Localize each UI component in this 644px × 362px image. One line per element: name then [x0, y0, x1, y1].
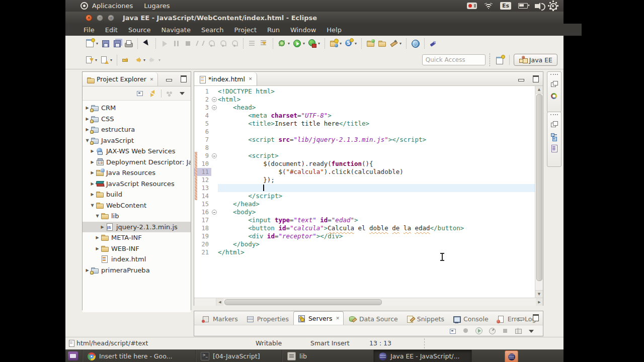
maximize-view-button[interactable]: [181, 75, 187, 82]
last-edit-location-button[interactable]: [121, 55, 131, 65]
editor-horizontal-scrollbar[interactable]: ◀ ▶: [194, 298, 543, 306]
run-external-button[interactable]: ▾: [307, 38, 321, 49]
tree-twistie-icon[interactable]: ▶: [90, 170, 95, 175]
collapse-fold-icon[interactable]: [212, 105, 217, 110]
collapse-all-icon[interactable]: [449, 327, 457, 335]
code-line-17[interactable]: 17 <input type="text" id="edad">: [194, 216, 535, 224]
dropdown-arrow-icon[interactable]: ▾: [158, 58, 160, 62]
profile-clock-icon[interactable]: [488, 327, 497, 335]
maximize-editor-button[interactable]: [533, 75, 539, 82]
link-with-editor-icon[interactable]: [148, 89, 157, 98]
files-app-icon[interactable]: [68, 351, 78, 360]
battery-icon[interactable]: [518, 3, 528, 9]
dropdown-arrow-icon[interactable]: ▾: [355, 41, 357, 46]
step-into-button[interactable]: [206, 38, 216, 49]
tree-item-primeraprueba[interactable]: ▶primeraPrueba: [83, 265, 191, 276]
publish-icon[interactable]: [514, 327, 523, 335]
tree-twistie-icon[interactable]: ▶: [90, 192, 95, 197]
collapse-fold-icon[interactable]: [212, 153, 217, 158]
dropdown-arrow-icon[interactable]: ▾: [340, 41, 342, 46]
tree-item-jax-ws-web-services[interactable]: ▶JAX-WS Web Services: [83, 146, 191, 157]
tree-item-estructura[interactable]: ▶estructura: [83, 124, 191, 135]
places-menu[interactable]: Lugares: [144, 2, 170, 10]
tree-twistie-icon[interactable]: ▶: [90, 182, 95, 186]
web-browser-button[interactable]: [410, 38, 421, 49]
code-line-7[interactable]: 7 <script src="lib/jquery-2.1.3.min.js">…: [194, 136, 535, 144]
horizontal-scroll-thumb[interactable]: [224, 299, 382, 305]
vertical-scroll-thumb[interactable]: [536, 94, 542, 281]
pointer-button[interactable]: [141, 38, 152, 49]
code-line-10[interactable]: 10 $(document).ready(function(){: [194, 160, 535, 168]
screen-record-icon[interactable]: [467, 3, 477, 9]
annotation-brush-button[interactable]: ▾: [388, 38, 403, 49]
tree-twistie-icon[interactable]: ▶: [85, 117, 90, 121]
tree-twistie-icon[interactable]: ▼: [95, 214, 100, 218]
quick-access-input[interactable]: [422, 54, 486, 65]
dropdown-arrow-icon[interactable]: ▾: [95, 58, 97, 62]
save-button[interactable]: [100, 38, 111, 49]
tab-markers[interactable]: Markers: [198, 313, 242, 325]
close-view-icon[interactable]: ✕: [336, 316, 340, 321]
project-explorer-tab[interactable]: Project Explorer ✕: [83, 72, 158, 86]
palette-view-icon[interactable]: [550, 92, 558, 101]
tree-item-web-inf[interactable]: ▶WEB-INF: [83, 243, 191, 254]
code-line-20[interactable]: 20 </body>: [194, 240, 535, 248]
editor-vertical-scrollbar[interactable]: ▲ ▼: [535, 86, 543, 298]
dropdown-arrow-icon[interactable]: ▾: [110, 58, 112, 62]
code-line-8[interactable]: 8: [194, 144, 535, 152]
taskbar-item-lib-files[interactable]: lib: [282, 350, 373, 362]
menu-run[interactable]: Run: [267, 26, 280, 34]
debug-button[interactable]: ▾: [277, 38, 291, 49]
java-ee-perspective-button[interactable]: Java EE: [514, 54, 557, 66]
tree-item-java-resources[interactable]: ▶Java Resources: [83, 167, 191, 178]
window-maximize-button[interactable]: ▫: [108, 15, 114, 21]
outline-view-icon[interactable]: [550, 132, 558, 141]
code-line-16[interactable]: 16 <body>: [194, 208, 535, 216]
menu-search[interactable]: Search: [201, 26, 224, 34]
minimize-editor-button[interactable]: [518, 79, 524, 81]
minimize-view-button[interactable]: [166, 79, 172, 81]
menu-file[interactable]: File: [84, 26, 95, 34]
back-button[interactable]: ▾: [132, 55, 146, 65]
view-menu-icon[interactable]: [178, 89, 187, 98]
tree-item-build[interactable]: ▶build: [83, 189, 191, 200]
tab-snippets[interactable]: Snippets: [403, 313, 448, 325]
tree-item-javascript-resources[interactable]: ▶JavaScript Resources: [83, 178, 191, 190]
menu-window[interactable]: Window: [290, 26, 316, 34]
collapse-all-icon[interactable]: [136, 89, 144, 98]
dropdown-arrow-icon[interactable]: ▾: [399, 41, 401, 46]
code-line-4[interactable]: 4 <meta charset="UTF-8">: [194, 112, 535, 120]
code-line-11[interactable]: 11 $("#calcula").click(calculadoble): [194, 168, 535, 176]
fold-marker[interactable]: [211, 96, 218, 104]
tree-twistie-icon[interactable]: ▶: [90, 160, 95, 164]
collapse-fold-icon[interactable]: [212, 97, 217, 102]
taskbar-item-chrome[interactable]: Insert title here - Goo...: [82, 350, 195, 362]
editor-body[interactable]: 1<!DOCTYPE html>2<html>3 <head>4 <meta c…: [194, 86, 543, 298]
fold-marker[interactable]: [211, 208, 218, 216]
maximize-panel-button[interactable]: [533, 314, 539, 321]
scroll-right-arrow[interactable]: ▶: [536, 298, 543, 306]
tree-twistie-icon[interactable]: ▶: [85, 268, 90, 273]
editor-tab-index-html[interactable]: *index.html ✕: [194, 72, 257, 85]
tree-item-lib[interactable]: ▼lib: [83, 211, 191, 222]
step-return-button[interactable]: [229, 38, 239, 49]
scroll-down-arrow[interactable]: ▼: [535, 290, 543, 298]
tree-twistie-icon[interactable]: ▶: [100, 225, 105, 229]
new-web-project-button[interactable]: ▾: [329, 38, 343, 49]
next-annotation-button[interactable]: ▾: [84, 55, 98, 65]
code-line-2[interactable]: 2<html>: [194, 96, 535, 104]
search-flashlight-button[interactable]: [428, 38, 439, 49]
minimize-panel-button[interactable]: [518, 318, 524, 320]
tree-twistie-icon[interactable]: ▶: [90, 149, 95, 153]
code-line-6[interactable]: 6: [194, 128, 535, 136]
tree-twistie-icon[interactable]: ▼: [85, 138, 90, 143]
menu-edit[interactable]: Edit: [105, 26, 118, 34]
scroll-up-arrow[interactable]: ▲: [535, 86, 543, 94]
eclipse-launcher-button[interactable]: [505, 350, 518, 362]
menu-project[interactable]: Project: [234, 26, 257, 34]
new-service-button[interactable]: ▾: [344, 38, 358, 49]
tree-item-crm[interactable]: ▶CRM: [83, 103, 191, 114]
taskbar-item-eclipse[interactable]: Java EE - JavaScript/...: [373, 350, 472, 362]
fold-marker[interactable]: [211, 104, 218, 112]
tree-item-meta-inf[interactable]: ▶META-INF: [83, 232, 191, 243]
